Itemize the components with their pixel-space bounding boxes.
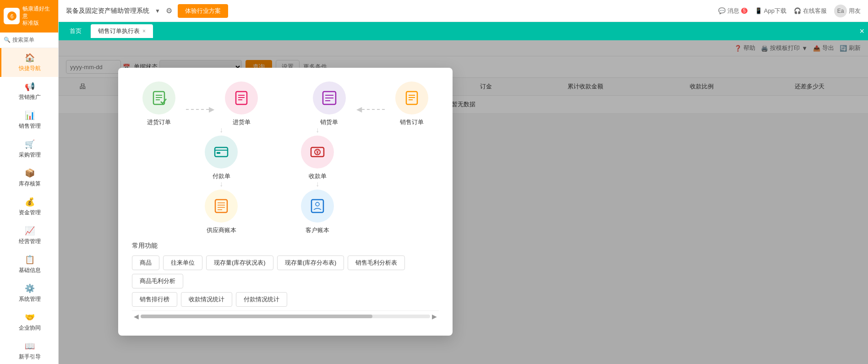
sidebar-item-purchase[interactable]: 🛒 采购管理 [0,135,58,163]
header-dropdown[interactable]: ▼ [155,8,160,14]
tab-bar-close-icon[interactable]: × [859,27,864,36]
basic-info-icon: 📋 [25,255,35,265]
payment-circle [205,136,238,168]
receipt-circle: ¥ [301,136,334,168]
payment-node[interactable]: 付款单 [191,136,251,180]
online-service-item[interactable]: 🎧 在线客服 [794,7,827,15]
receipt-label: 收款单 [309,172,327,180]
svg-text:¥: ¥ [316,150,319,155]
tab-sales-order-execution[interactable]: 销售订单执行表 × [91,24,153,38]
scrollbar: ◀ ▶ [132,310,439,322]
overlay[interactable]: 进货订单 ▶ 进货单 [59,40,868,364]
svg-rect-21 [215,200,227,212]
supplier-account-node[interactable]: 供应商账本 [191,190,251,234]
purchase-order-circle [142,81,175,114]
sidebar-item-operations[interactable]: 📈 经营管理 [0,221,58,250]
inventory-icon: 📦 [25,168,35,178]
common-functions-title: 常用功能 [132,242,439,250]
receipt-node[interactable]: ¥ 收款单 [288,136,347,180]
sales-icon: 📊 [25,110,35,120]
sidebar-item-system[interactable]: ⚙️ 系统管理 [0,279,58,308]
function-btns-row1: 商品 往来单位 现存量(库存状况表) 现存量(库存分布表) 销售毛利分析表 商品… [132,255,439,288]
sidebar-item-cooperation[interactable]: 🤝 企业协同 [0,308,58,337]
user-avatar: Ea [834,5,847,17]
payment-label: 付款单 [213,172,230,180]
func-btn-product[interactable]: 商品 [132,255,159,270]
scroll-right-arrow[interactable]: ▶ [432,313,437,320]
sidebar-item-inventory[interactable]: 📦 库存核算 [0,163,58,192]
message-item[interactable]: 💬 消息 5 [718,7,748,15]
logo-icon: 6 [4,8,20,24]
scroll-left-arrow[interactable]: ◀ [134,313,139,320]
sidebar-item-sales[interactable]: 📊 销售管理 [0,106,58,135]
sidebar-item-finance[interactable]: 💰 资金管理 [0,192,58,221]
customer-account-circle [301,190,334,223]
scroll-track[interactable] [141,315,430,318]
svg-rect-20 [217,152,220,154]
app-icon: 📱 [755,7,762,14]
cooperation-icon: 🤝 [25,312,35,322]
svg-point-30 [316,202,319,206]
sidebar: 6 畅康通好生意 标准版 🔍 搜索菜单 🏠 快捷导航 📢 营销推广 📊 销售管理 [0,0,59,364]
system-icon: ⚙️ [25,283,35,293]
main-content: 装备及固定资产辅助管理系统 ▼ ⚙ 体验行业方案 💬 消息 5 📱 App下载 … [59,0,868,364]
page-body: ❓ 帮助 🖨️ 按模板打印 ▼ 📤 导出 🔄 刷新 [59,40,868,364]
sidebar-logo: 6 畅康通好生意 标准版 [0,0,58,33]
popup: 进货订单 ▶ 进货单 [118,68,453,336]
purchase-bill-circle [225,81,258,114]
service-icon: 🎧 [794,7,801,14]
trial-button[interactable]: 体验行业方案 [178,4,228,18]
tab-bar: 首页 销售订单执行表 × × [59,22,868,40]
svg-text:6: 6 [10,13,13,20]
guide-icon: 📖 [25,341,35,351]
user-item[interactable]: Ea 用友 [834,5,861,17]
func-btn-supplier[interactable]: 往来单位 [163,255,202,270]
sales-bill-label: 销货单 [320,118,338,126]
header-right: 💬 消息 5 📱 App下载 🎧 在线客服 Ea 用友 [718,5,861,17]
function-btns-row2: 销售排行榜 收款情况统计 付款情况统计 [132,292,439,307]
purchase-order-node[interactable]: 进货订单 [132,81,186,126]
func-btn-sales-rank[interactable]: 销售排行榜 [132,292,177,307]
quick-nav-icon: 🏠 [25,53,35,63]
top-header: 装备及固定资产辅助管理系统 ▼ ⚙ 体验行业方案 💬 消息 5 📱 App下载 … [59,0,868,22]
func-btn-product-profit[interactable]: 商品毛利分析 [132,274,183,288]
func-btn-payment-stats[interactable]: 付款情况统计 [236,292,287,307]
sidebar-item-marketing[interactable]: 📢 营销推广 [0,77,58,106]
sidebar-item-basic-info[interactable]: 📋 基础信息 [0,250,58,279]
settings-icon[interactable]: ⚙ [166,6,172,15]
svg-rect-18 [215,147,228,157]
operations-icon: 📈 [25,226,35,236]
sidebar-item-quick-nav[interactable]: 🏠 快捷导航 [0,48,58,77]
purchase-icon: 🛒 [25,139,35,149]
func-btn-inventory-status[interactable]: 现存量(库存状况表) [206,255,273,270]
search-icon: 🔍 [4,37,11,43]
func-btn-inventory-dist[interactable]: 现存量(库存分布表) [277,255,344,270]
func-btn-receipt-stats[interactable]: 收款情况统计 [181,292,232,307]
purchase-bill-label: 进货单 [233,118,251,126]
purchase-bill-node[interactable]: 进货单 [214,81,268,126]
message-badge: 5 [741,8,748,14]
logo-text: 畅康通好生意 标准版 [22,5,55,27]
sales-order-label: 销售订单 [400,118,424,126]
system-title: 装备及固定资产辅助管理系统 [66,7,149,15]
message-icon: 💬 [718,7,726,14]
finance-icon: 💰 [25,197,35,207]
marketing-icon: 📢 [25,81,35,92]
customer-account-label: 客户账本 [306,226,329,234]
sales-bill-circle [313,81,346,114]
supplier-account-label: 供应商账本 [207,226,236,234]
sales-order-node[interactable]: 销售订单 [385,81,439,126]
app-download-item[interactable]: 📱 App下载 [755,7,786,15]
purchase-order-label: 进货订单 [147,118,171,126]
sales-order-circle [395,81,428,114]
tab-home[interactable]: 首页 [62,24,89,38]
tab-close-icon[interactable]: × [142,28,146,34]
sales-bill-node[interactable]: 销货单 [302,81,356,126]
func-btn-sales-profit[interactable]: 销售毛利分析表 [348,255,405,270]
common-functions: 常用功能 商品 往来单位 现存量(库存状况表) 现存量(库存分布表) 销售毛利分… [132,242,439,307]
sidebar-nav: 🏠 快捷导航 📢 营销推广 📊 销售管理 🛒 采购管理 📦 库存核算 💰 [0,48,58,364]
scroll-thumb [141,315,372,318]
sidebar-item-guide[interactable]: 📖 新手引导 [0,337,58,364]
customer-account-node[interactable]: 客户账本 [288,190,347,234]
sidebar-search[interactable]: 🔍 搜索菜单 [0,33,58,48]
